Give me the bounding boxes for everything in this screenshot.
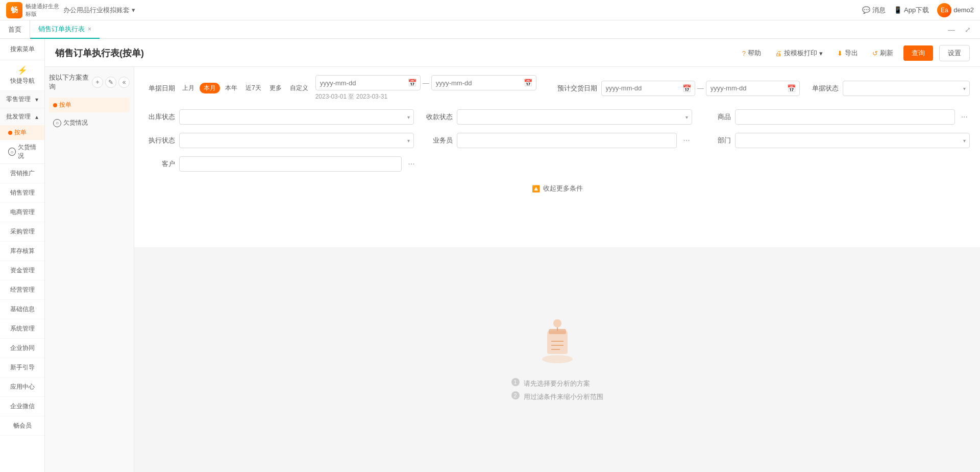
payment-select[interactable] <box>457 109 692 125</box>
filter-plan-order[interactable]: 按单 <box>49 98 130 112</box>
dept-label: 部门 <box>700 136 731 145</box>
date-end-input[interactable] <box>431 75 536 90</box>
refresh-icon: ↺ <box>872 50 878 57</box>
sidebar-section-wholesale: 批发管理 ▴ 按单 ○ 欠货情况 <box>0 108 44 164</box>
page-header: 销售订单执行表(按单) ? 帮助 🖨 按模板打印 ▾ ⬇ 导出 <box>45 39 980 67</box>
delivery-label: 预计交货日期 <box>557 84 597 93</box>
shipment-select[interactable] <box>179 109 414 125</box>
goods-input[interactable] <box>735 109 955 125</box>
sidebar-item-member[interactable]: 畅会员 <box>0 416 44 436</box>
breadcrumb-dropdown[interactable]: ▾ <box>132 6 135 14</box>
export-icon: ⬇ <box>837 50 843 57</box>
sidebar-subitem-order[interactable]: 按单 <box>0 125 44 140</box>
plan-active-dot <box>53 103 57 107</box>
exec-status-label: 执行状态 <box>144 136 175 145</box>
date-shortcuts: 上月 本月 本年 近7天 更多 自定义 <box>179 83 311 93</box>
search-btn[interactable]: 查询 <box>903 45 933 61</box>
tab-minimize-btn[interactable]: — <box>945 23 958 36</box>
sidebar-item-retail[interactable]: 零售管理 ▾ <box>0 91 44 108</box>
filter-collapse-btn[interactable]: « <box>118 77 130 88</box>
dept-select[interactable] <box>735 133 970 148</box>
sidebar-item-operation[interactable]: 经营管理 <box>0 280 44 300</box>
print-icon: 🖨 <box>775 50 782 57</box>
breadcrumb: 办公用品行业模拟账套 ▾ <box>63 6 135 15</box>
sidebar-item-ecommerce[interactable]: 电商管理 <box>0 203 44 222</box>
filter-row-customer: 客户 ··· <box>144 156 970 172</box>
shortcut-current-month[interactable]: 本月 <box>200 83 220 93</box>
print-btn[interactable]: 🖨 按模板打印 ▾ <box>771 46 827 60</box>
exec-status-select[interactable] <box>179 133 414 148</box>
goods-label: 商品 <box>700 112 731 122</box>
sidebar-item-finance[interactable]: 资金管理 <box>0 261 44 280</box>
sidebar-item-stock[interactable]: 库存核算 <box>0 242 44 261</box>
filter-sidebar-header: 按以下方案查询 + ✎ « <box>49 73 130 91</box>
shortcut-prev-month[interactable]: 上月 <box>179 83 198 93</box>
settings-btn[interactable]: 设置 <box>939 45 970 61</box>
exec-status-select-wrapper: ▾ <box>179 133 414 148</box>
filter-add-btn[interactable]: + <box>92 77 103 88</box>
avatar: Ea <box>937 3 951 17</box>
delivery-end-input[interactable] <box>706 81 800 96</box>
filter-edit-btn[interactable]: ✎ <box>105 77 116 88</box>
shortcut-custom[interactable]: 自定义 <box>287 83 311 93</box>
sidebar-item-system[interactable]: 系统管理 <box>0 319 44 339</box>
customer-ellipsis-btn[interactable]: ··· <box>406 159 416 169</box>
sidebar-item-enterprise[interactable]: 企业协同 <box>0 339 44 358</box>
logo-text: 畅捷通好生意 标版 <box>26 3 59 17</box>
sidebar-subitem-shortage[interactable]: ○ 欠货情况 <box>0 140 44 163</box>
sidebar-item-guide[interactable]: 新手引导 <box>0 358 44 377</box>
help-btn[interactable]: ? 帮助 <box>738 46 765 60</box>
shortcut-year[interactable]: 本年 <box>222 83 240 93</box>
goods-ellipsis-btn[interactable]: ··· <box>959 112 970 122</box>
topbar-right: 💬 消息 📱 App下载 Ea demo2 <box>862 3 974 17</box>
content-area: 销售订单执行表(按单) ? 帮助 🖨 按模板打印 ▾ ⬇ 导出 <box>45 39 980 472</box>
salesperson-label: 业务员 <box>422 136 453 145</box>
message-btn[interactable]: 💬 消息 <box>862 6 886 15</box>
date-start-input[interactable] <box>315 75 421 90</box>
shortcut-7days[interactable]: 近7天 <box>242 83 264 93</box>
delivery-start-input[interactable] <box>601 81 695 96</box>
filter-plan-shortage[interactable]: ○ 欠货情况 <box>49 115 130 130</box>
tab-close-btn[interactable]: × <box>88 26 91 33</box>
shortcut-more[interactable]: 更多 <box>266 83 285 93</box>
filter-panel: 按以下方案查询 + ✎ « 按单 ○ 欠货情况 <box>45 67 980 472</box>
tip-num-1: 1 <box>511 378 520 386</box>
app-download-btn[interactable]: 📱 App下载 <box>894 6 929 15</box>
order-status-select[interactable] <box>843 81 970 96</box>
page-title-row: 销售订单执行表(按单) ? 帮助 🖨 按模板打印 ▾ ⬇ 导出 <box>55 45 970 66</box>
sidebar-item-basic[interactable]: 基础信息 <box>0 300 44 319</box>
tab-sales-order[interactable]: 销售订单执行表 × <box>30 20 100 39</box>
date-range-text: 2023-03-01 至 2023-03-31 <box>315 92 536 101</box>
filter-sidebar-actions: + ✎ « <box>92 77 130 88</box>
user-profile[interactable]: Ea demo2 <box>937 3 974 17</box>
collapse-more-btn[interactable]: 🔼 收起更多条件 <box>144 180 970 197</box>
tab-expand-btn[interactable]: ⤢ <box>962 23 974 36</box>
salesperson-input[interactable] <box>457 133 677 148</box>
wholesale-chevron-icon: ▴ <box>35 113 38 121</box>
filter-item-customer: 客户 ··· <box>144 156 417 172</box>
shortage-icon: ○ <box>8 148 16 156</box>
sidebar-item-marketing[interactable]: 营销推广 <box>0 164 44 183</box>
sidebar-item-sales[interactable]: 销售管理 <box>0 183 44 203</box>
tip-num-2: 2 <box>511 391 520 399</box>
tabbar: 首页 销售订单执行表 × — ⤢ <box>0 20 980 39</box>
refresh-btn[interactable]: ↺ 刷新 <box>868 46 897 60</box>
filter-item-payment: 收款状态 ▾ <box>422 109 692 125</box>
filter-item-dept: 部门 ▾ <box>700 133 970 148</box>
export-btn[interactable]: ⬇ 导出 <box>833 46 862 60</box>
sidebar-item-appcenter[interactable]: 应用中心 <box>0 377 44 397</box>
tab-home[interactable]: 首页 <box>0 20 30 39</box>
shipment-label: 出库状态 <box>144 112 175 122</box>
salesperson-ellipsis-btn[interactable]: ··· <box>681 136 692 145</box>
sidebar-item-purchase[interactable]: 采购管理 <box>0 222 44 242</box>
tip-item-1: 1 请先选择要分析的方案 <box>511 377 603 390</box>
shipment-select-wrapper: ▾ <box>179 109 414 125</box>
customer-input[interactable] <box>179 156 402 172</box>
delivery-start-wrapper: 📅 <box>601 81 695 96</box>
sidebar-item-wholesale[interactable]: 批发管理 ▴ <box>0 108 44 125</box>
retail-chevron-icon: ▾ <box>35 96 38 103</box>
sidebar-search-label[interactable]: 搜索菜单 <box>4 43 40 56</box>
sidebar-item-quick-nav[interactable]: ⚡ 快捷导航 <box>0 60 44 91</box>
page-actions: ? 帮助 🖨 按模板打印 ▾ ⬇ 导出 ↺ 刷新 <box>738 45 970 61</box>
sidebar-item-wechat[interactable]: 企业微信 <box>0 397 44 416</box>
